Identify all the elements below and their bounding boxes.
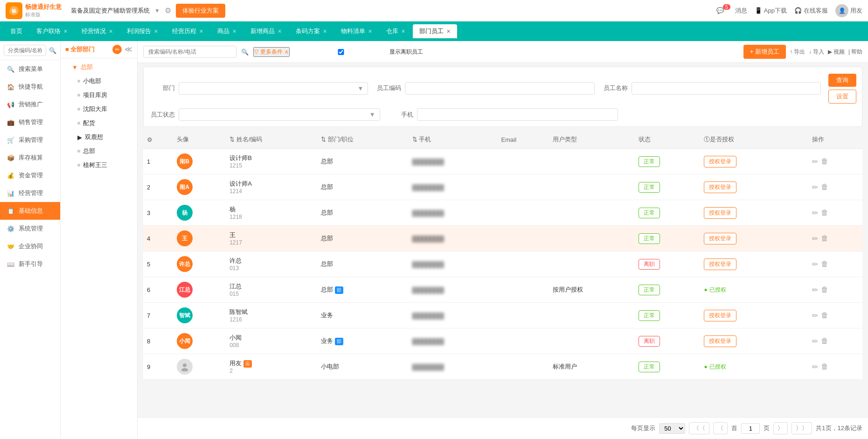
show-resigned-input[interactable] [294, 49, 388, 55]
delete-button[interactable]: 🗑 [821, 337, 828, 345]
next-page-button[interactable]: 〉 [773, 422, 788, 434]
auth-login-button[interactable]: 授权登录 [704, 258, 736, 270]
delete-button[interactable]: 🗑 [821, 183, 828, 191]
th-phone[interactable]: ⇅ 手机 [409, 131, 498, 149]
all-dept-label[interactable]: ■ 全部部门 [65, 45, 95, 54]
emp-code-input[interactable] [405, 82, 594, 95]
edit-button[interactable]: ✏ [812, 260, 818, 269]
delete-button[interactable]: 🗑 [821, 260, 828, 268]
sidebar-item-finance[interactable]: 💰 资金管理 [0, 167, 60, 184]
sidebar-item-operations[interactable]: 📊 经营管理 [0, 184, 60, 202]
close-icon[interactable]: ✕ [278, 28, 282, 35]
emp-status-select[interactable] [179, 108, 380, 121]
sidebar-search-icon[interactable]: 🔍 [49, 47, 56, 54]
close-icon[interactable]: ✕ [368, 28, 372, 35]
help-button[interactable]: | 帮助 [848, 48, 862, 56]
th-name[interactable]: ⇅ 姓名/编码 [226, 131, 317, 149]
dept-node-zongbu[interactable]: 总部 [61, 144, 137, 158]
tab-warehouse[interactable]: 仓库✕ [380, 24, 412, 38]
edit-button[interactable]: ✏ [812, 209, 818, 217]
sidebar-item-basic-info[interactable]: 📋 基础信息 [0, 202, 60, 220]
tab-bom[interactable]: 物料清单✕ [334, 24, 379, 38]
auth-login-button[interactable]: 授权登录 [704, 310, 736, 321]
th-dept[interactable]: ⇅ 部门/职位 [317, 131, 409, 149]
close-icon[interactable]: ✕ [154, 28, 158, 35]
dept-node-shuanglu[interactable]: ▶ 双鹿想 [61, 130, 137, 144]
sidebar-item-system[interactable]: ⚙️ 系统管理 [0, 220, 60, 237]
close-icon[interactable]: ✕ [446, 28, 451, 35]
delete-button[interactable]: 🗑 [821, 234, 828, 243]
close-icon[interactable]: ✕ [199, 28, 203, 35]
sidebar-item-marketing[interactable]: 📢 营销推广 [0, 96, 60, 113]
dept-edit-icon[interactable]: ✏ [112, 45, 122, 54]
search-input[interactable] [143, 46, 236, 58]
delete-button[interactable]: 🗑 [821, 311, 828, 320]
sidebar-item-collab[interactable]: 🤝 企业协同 [0, 237, 60, 255]
tab-business[interactable]: 经营情况✕ [75, 24, 119, 38]
dept-node-project[interactable]: 项目库房 [61, 88, 137, 102]
tab-customer[interactable]: 客户联络✕ [30, 24, 74, 38]
sidebar-item-sales[interactable]: 💼 销售管理 [0, 113, 60, 131]
edit-button[interactable]: ✏ [812, 311, 818, 320]
dept-node-shenyang[interactable]: 沈阳大库 [61, 102, 137, 116]
search-button[interactable]: 查询 [828, 74, 856, 87]
dept-node-head[interactable]: ▼ 总部 [61, 60, 137, 74]
tab-barcode[interactable]: 条码方案✕ [289, 24, 333, 38]
tab-goods[interactable]: 商品✕ [211, 24, 243, 38]
edit-button[interactable]: ✏ [812, 362, 818, 371]
sidebar-item-search[interactable]: 🔍 搜索菜单 [0, 60, 60, 78]
dept-node-zhishu[interactable]: 植树王三 [61, 158, 137, 172]
message-button[interactable]: 💬 5 消息 [716, 7, 747, 15]
dept-select[interactable] [179, 82, 368, 95]
sidebar-item-inventory[interactable]: 📦 库存核算 [0, 149, 60, 167]
delete-button[interactable]: 🗑 [821, 362, 828, 371]
close-icon[interactable]: ✕ [109, 28, 113, 35]
last-page-button[interactable]: 〉〉 [792, 422, 812, 434]
sys-dropdown-arrow[interactable]: ▼ [154, 7, 160, 14]
video-button[interactable]: ▶ 视频 [828, 48, 845, 56]
collapse-button[interactable]: ≪ [125, 45, 132, 54]
tab-history[interactable]: 经营历程✕ [166, 24, 210, 38]
dept-node-peihu[interactable]: 配货 [61, 116, 137, 130]
per-page-select[interactable]: 50 100 [659, 423, 685, 434]
tab-add-goods[interactable]: 新增商品✕ [244, 24, 288, 38]
user-area[interactable]: 👤 用友 [835, 4, 862, 17]
dept-node-xiaodian[interactable]: 小电部 [61, 74, 137, 88]
th-settings[interactable]: ⚙ [143, 131, 173, 149]
tab-home[interactable]: 首页 [4, 24, 29, 38]
auth-login-button[interactable]: 授权登录 [704, 335, 736, 347]
prev-page-button[interactable]: 〈 [713, 422, 728, 434]
search-icon-toolbar[interactable]: 🔍 [241, 49, 249, 56]
set-button[interactable]: 设置 [828, 90, 856, 104]
sidebar-item-quicknav[interactable]: 🏠 快捷导航 [0, 78, 60, 96]
page-number-input[interactable] [741, 423, 760, 434]
emp-name-input[interactable] [632, 82, 821, 95]
delete-button[interactable]: 🗑 [821, 286, 828, 294]
auth-login-button[interactable]: 授权登录 [704, 233, 736, 244]
edit-button[interactable]: ✏ [812, 337, 818, 346]
online-service-button[interactable]: 🎧 在线客服 [794, 7, 828, 15]
auth-login-button[interactable]: 授权登录 [704, 156, 736, 167]
edit-button[interactable]: ✏ [812, 234, 818, 243]
show-resigned-checkbox[interactable]: 显示离职员工 [294, 48, 423, 56]
sidebar-item-guide[interactable]: 📖 新手引导 [0, 255, 60, 273]
edit-button[interactable]: ✏ [812, 157, 818, 166]
auth-login-button[interactable]: 授权登录 [704, 207, 736, 219]
trial-button[interactable]: 体验行业方案 [176, 4, 225, 18]
export-button[interactable]: ↑ 导出 [790, 48, 805, 56]
delete-button[interactable]: 🗑 [821, 209, 828, 217]
edit-button[interactable]: ✏ [812, 183, 818, 192]
close-icon[interactable]: ✕ [323, 28, 327, 35]
delete-button[interactable]: 🗑 [821, 157, 828, 166]
sidebar-search-input[interactable] [4, 45, 46, 56]
close-icon[interactable]: ✕ [401, 28, 405, 35]
sidebar-item-purchase[interactable]: 🛒 采购管理 [0, 131, 60, 149]
tab-dept-staff[interactable]: 部门员工✕ [413, 24, 457, 38]
auth-login-button[interactable]: 授权登录 [704, 181, 736, 193]
tab-profit[interactable]: 利润报告✕ [120, 24, 165, 38]
import-button[interactable]: ↓ 导入 [809, 48, 824, 56]
add-employee-button[interactable]: + 新增员工 [743, 45, 786, 59]
gear-icon[interactable]: ⚙ [165, 6, 171, 15]
app-download-button[interactable]: 📱 App下载 [755, 7, 787, 15]
more-filters-button[interactable]: ▽ 更多条件 ∧ [253, 47, 290, 57]
